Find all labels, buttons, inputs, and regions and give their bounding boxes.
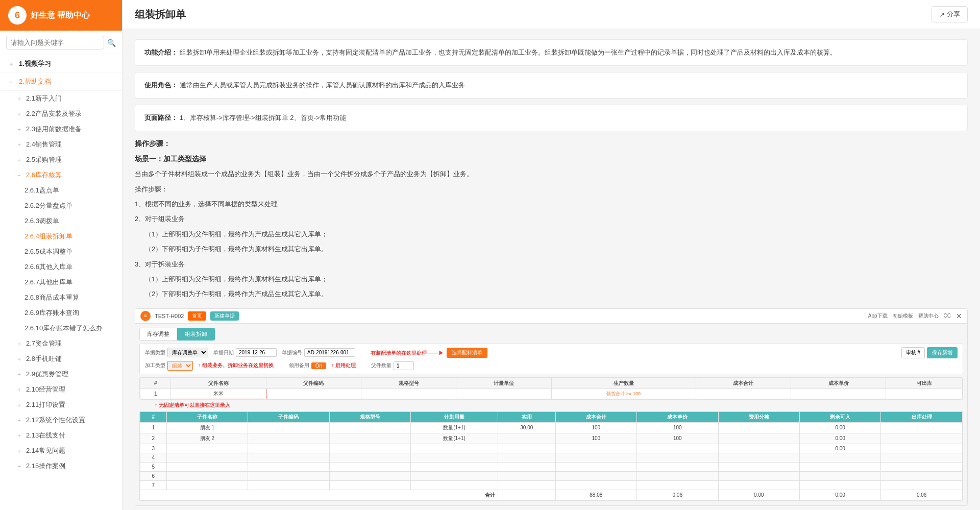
sidebar-item-mobile[interactable]: ＋ 2.8手机旺铺 (0, 351, 122, 367)
sidebar-item-assembly[interactable]: 2.6.4组装拆卸单 (0, 229, 122, 244)
sidebar-item-faq[interactable]: ＋ 2.14常见问题 (0, 443, 122, 458)
expand-icon: ＋ (16, 355, 22, 363)
logo-icon: 6 (8, 6, 27, 25)
expand-icon: ＋ (16, 95, 22, 103)
page-title: 组装拆卸单 (135, 8, 186, 21)
search-box: 🔍 (0, 31, 122, 55)
step3-2: （2）下部明细为子件明细，最终作为产成品生成其它入库单。 (145, 288, 968, 300)
table-footer-label: 合计 (140, 490, 498, 500)
expand-icon: ＋ (16, 340, 22, 348)
sidebar-item-data-prep[interactable]: ＋ 2.3使用前数据准备 (0, 122, 122, 137)
inner-nav-template[interactable]: 初始模板 (893, 312, 913, 320)
inner-logo: 6 (140, 311, 151, 321)
search-input[interactable] (6, 36, 104, 50)
sidebar-item-ledger-wrong[interactable]: 2.6.10库存账本错了怎么办 (0, 321, 122, 336)
on-toggle[interactable]: On (311, 362, 326, 369)
expand-icon: ＋ (16, 463, 22, 470)
col-actual-qty: 实用 (498, 411, 555, 422)
close-icon[interactable]: ✕ (956, 312, 962, 320)
inner-nav-app[interactable]: App下载 (868, 312, 888, 320)
save-btn[interactable]: 保存新增 (927, 347, 958, 358)
parent-qty-input[interactable] (394, 361, 414, 370)
search-icon[interactable]: 🔍 (107, 39, 116, 47)
inner-nav-home[interactable]: 首页 (188, 311, 206, 321)
sidebar-item-customize[interactable]: ＋ 2.12系统个性化设置 (0, 412, 122, 428)
tab-assembly[interactable]: 组装拆卸 (177, 328, 215, 341)
intro-label: 功能介绍： (144, 48, 178, 56)
inner-nav-help[interactable]: 帮助中心 (918, 312, 939, 320)
role-text: 通常由生产人员或库管人员完成拆装业务的操作，库管人员确认原材料的出库和产成品的入… (180, 81, 465, 89)
config-list-btn[interactable]: 选择配料清单 (447, 348, 487, 358)
sidebar-item-fund[interactable]: ＋ 2.7资金管理 (0, 336, 122, 351)
tab-adjust[interactable]: 库存调整 (139, 328, 177, 341)
sidebar-item-docs[interactable]: － 2.帮助文档 (0, 73, 122, 91)
share-button[interactable]: ↗ 分享 (932, 6, 968, 22)
bill-no-label: 单据编号 (282, 349, 302, 356)
sidebar-header: 6 好生意 帮助中心 (0, 0, 122, 31)
expand-icon: ＋ (16, 371, 22, 378)
sidebar-item-ops[interactable]: ＋ 2.10经营管理 (0, 382, 122, 397)
sidebar-item-sales[interactable]: ＋ 2.4销售管理 (0, 137, 122, 152)
sidebar-item-purchase[interactable]: ＋ 2.5采购管理 (0, 152, 122, 167)
sidebar-item-install[interactable]: ＋ 2.2产品安装及登录 (0, 106, 122, 122)
sidebar-item-partial-stocktake[interactable]: 2.6.2分量盘点单 (0, 198, 122, 213)
expand-icon: ＋ (16, 110, 22, 118)
col-num: # (140, 378, 171, 388)
sidebar-item-online-pay[interactable]: ＋ 2.13在线支付 (0, 428, 122, 443)
sidebar-item-inventory[interactable]: － 2.6库存核算 (0, 167, 122, 183)
footer-val6: 0.06 (881, 490, 963, 500)
expand-icon: ＋ (16, 401, 22, 409)
table-row: 6 (140, 471, 963, 480)
path-label: 页面路径： (144, 114, 178, 122)
bill-no-input[interactable] (304, 348, 355, 357)
bill-type-select[interactable]: 库存调整单 (167, 348, 208, 357)
step2: 2、对于组装业务 (135, 213, 968, 225)
expand-icon: ＋ (16, 386, 22, 394)
parent-name-input-cell[interactable]: 米米 (171, 388, 266, 399)
date-input[interactable] (236, 348, 277, 357)
col-parent-name: 父件名称 (171, 378, 266, 388)
scene1-title: 场景一：加工类型选择 (135, 155, 968, 164)
scene1-desc: 当由多个子件材料组装成一个成品的业务为【组装】业务，当由一个父件拆分成多个子产品… (135, 168, 968, 180)
expand-icon: ＋ (16, 432, 22, 440)
footer-val2: 88.08 (555, 490, 636, 500)
footer-val5: 0.00 (799, 490, 880, 500)
collapse-icon: － (16, 172, 22, 179)
expand-icon: ＋ (8, 60, 14, 68)
date-label: 单据日期 (213, 349, 234, 356)
sidebar-item-stocktake[interactable]: 2.6.1盘点单 (0, 183, 122, 198)
step1: 1、根据不同的业务，选择不同单据的类型来处理 (135, 198, 968, 210)
sidebar-item-video[interactable]: ＋ 1.视频学习 (0, 55, 122, 73)
sidebar-item-ledger[interactable]: 2.6.9库存账本查询 (0, 305, 122, 321)
footer-val4: 0.00 (718, 490, 799, 500)
col-unit: 计量单位 (456, 378, 551, 388)
type-select[interactable]: 组装 拆卸 (167, 361, 193, 371)
col-cost-unit: 成本单价 (791, 378, 886, 388)
inner-nav-cc[interactable]: CC (944, 313, 951, 319)
sidebar-item-print[interactable]: ＋ 2.11打印设置 (0, 397, 122, 412)
sidebar-item-cost-recalc[interactable]: 2.6.8商品成本重算 (0, 290, 122, 305)
col-remain-in: 剩余可入 (799, 411, 880, 422)
sidebar-item-other-in[interactable]: 2.6.6其他入库单 (0, 259, 122, 275)
sidebar-item-transfer[interactable]: 2.6.3调拨单 (0, 213, 122, 229)
sidebar-item-coupon[interactable]: ＋ 2.9优惠券管理 (0, 367, 122, 382)
footer-val3: 0.06 (637, 490, 718, 500)
table-row: 5 (140, 462, 963, 471)
sidebar-item-other-out[interactable]: 2.6.7其他出库单 (0, 275, 122, 290)
expand-icon: ＋ (16, 447, 22, 455)
col-sub-cost-unit: 成本单价 (637, 411, 718, 422)
top-bar: 组装拆卸单 ↗ 分享 (122, 0, 980, 29)
annotation-has-config: 有装配清单的在这里处理 ——▶ (371, 350, 444, 356)
table-row: 1 米米 领货合计 >= 100 (140, 388, 963, 399)
col-parent-code: 父件编码 (266, 378, 361, 388)
steps-sub-label: 操作步骤： (135, 183, 968, 195)
sidebar-title: 好生意 帮助中心 (31, 10, 90, 21)
annotation-confirm: ↑ 启用处理 (331, 362, 356, 369)
approve-btn[interactable]: 审核 # (901, 347, 925, 358)
sidebar-item-new-user[interactable]: ＋ 2.1新手入门 (0, 91, 122, 106)
col-sub-code: 子件编码 (248, 411, 329, 422)
sidebar-item-cases[interactable]: ＋ 2.15操作案例 (0, 458, 122, 474)
table-row: 4 (140, 453, 963, 462)
sidebar-item-cost-adjust[interactable]: 2.6.5成本调整单 (0, 244, 122, 259)
inner-nav-new[interactable]: 新建单据 (210, 311, 239, 321)
